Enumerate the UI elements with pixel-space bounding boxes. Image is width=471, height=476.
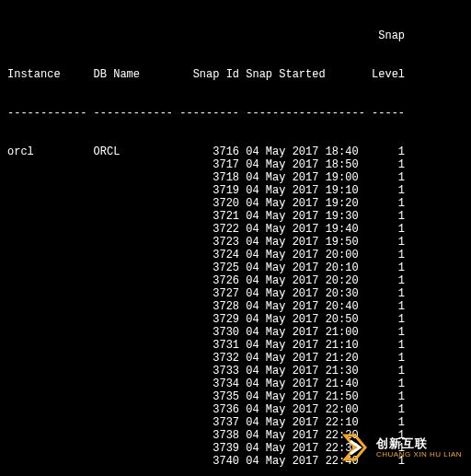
table-row: 3726 04 May 2017 20:20 1 <box>7 274 464 287</box>
logo-text: 创新互联 CHUANG XIN HU LIAN <box>376 437 462 459</box>
logo-text-top: 创新互联 <box>376 437 462 449</box>
logo-text-bottom: CHUANG XIN HU LIAN <box>376 451 462 459</box>
table-body: orcl ORCL 3716 04 May 2017 18:40 1 3717 … <box>7 145 464 468</box>
table-row: 3730 04 May 2017 21:00 1 <box>7 326 464 339</box>
table-row: 3720 04 May 2017 19:20 1 <box>7 197 464 210</box>
table-row: 3737 04 May 2017 22:10 1 <box>7 416 464 429</box>
table-row: 3736 04 May 2017 22:00 1 <box>7 403 464 416</box>
table-row: 3719 04 May 2017 19:10 1 <box>7 184 464 197</box>
table-row: 3731 04 May 2017 21:10 1 <box>7 339 464 352</box>
table-header-line1: Snap <box>7 29 464 42</box>
table-row: 3725 04 May 2017 20:10 1 <box>7 261 464 274</box>
table-row: 3718 04 May 2017 19:00 1 <box>7 171 464 184</box>
terminal-output: Snap Instance DB Name Snap Id Snap Start… <box>0 0 471 476</box>
table-row: 3734 04 May 2017 21:40 1 <box>7 377 464 390</box>
table-row: 3723 04 May 2017 19:50 1 <box>7 236 464 249</box>
table-header-line2: Instance DB Name Snap Id Snap Started Le… <box>7 68 464 81</box>
logo-icon <box>339 432 371 463</box>
table-row: 3735 04 May 2017 21:50 1 <box>7 390 464 403</box>
table-row: 3721 04 May 2017 19:30 1 <box>7 210 464 223</box>
table-row: 3724 04 May 2017 20:00 1 <box>7 249 464 261</box>
table-row: 3728 04 May 2017 20:40 1 <box>7 300 464 313</box>
table-row: 3727 04 May 2017 20:30 1 <box>7 287 464 300</box>
table-divider: ------------ ------------ --------- ----… <box>7 107 464 120</box>
watermark-logo: 创新互联 CHUANG XIN HU LIAN <box>339 432 462 463</box>
table-row: 3733 04 May 2017 21:30 1 <box>7 365 464 377</box>
table-row: 3722 04 May 2017 19:40 1 <box>7 223 464 236</box>
table-row: orcl ORCL 3716 04 May 2017 18:40 1 <box>7 145 464 158</box>
table-row: 3732 04 May 2017 21:20 1 <box>7 352 464 365</box>
table-row: 3729 04 May 2017 20:50 1 <box>7 313 464 326</box>
table-row: 3717 04 May 2017 18:50 1 <box>7 158 464 171</box>
